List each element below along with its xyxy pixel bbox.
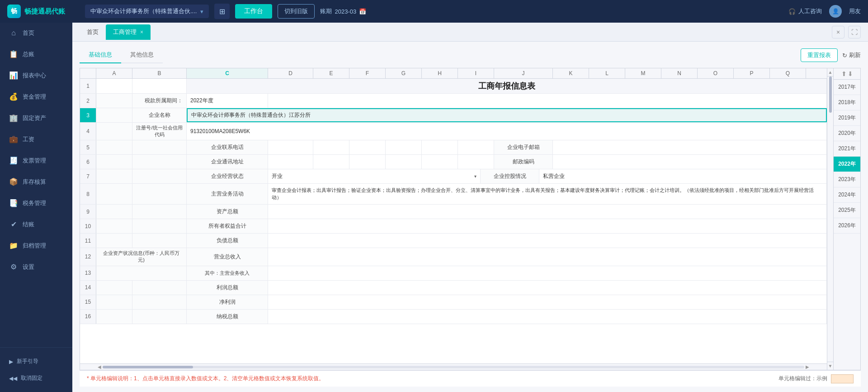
cell-4b[interactable]: 注册号/统一社会信用代码 [132,123,187,140]
cell-7c[interactable]: 企业经营状态 [187,169,268,183]
cell-3a[interactable] [96,108,132,122]
tab-close-icon[interactable]: × [140,29,143,35]
cell-15b[interactable] [132,295,187,309]
sidebar-item-ledger[interactable]: 📋 总账 [0,43,72,65]
cell-6j[interactable]: 邮政编码 [494,155,553,169]
sidebar-item-settings[interactable]: ⚙ 设置 [0,256,72,277]
cell-7j[interactable]: 企业控股情况 [481,169,539,183]
cell-11c[interactable]: 负债总额 [187,234,268,248]
cell-5f[interactable] [349,140,386,154]
cell-2a[interactable] [96,94,132,108]
cell-11a[interactable] [96,234,132,248]
v-scrollbar-track[interactable] [827,76,833,362]
cell-5c[interactable]: 企业联系电话 [187,140,268,154]
cell-6g[interactable] [386,155,422,169]
cell-13-val[interactable] [268,266,827,280]
v-scrollbar-thumb[interactable] [829,76,832,113]
sidebar-item-reports[interactable]: 📊 报表中心 [0,65,72,86]
cell-16c[interactable]: 纳税总额 [187,310,268,324]
cell-2d[interactable] [268,94,827,108]
cell-11-val[interactable] [268,234,827,248]
cell-12-group[interactable]: 企业资产状况信息(币种：人民币万元) [96,248,187,266]
cell-6b[interactable] [132,155,187,169]
cell-16-val[interactable] [268,310,827,324]
tab-home[interactable]: 首页 [80,24,106,40]
scroll-right-arrow[interactable]: ▶ [804,364,811,369]
cell-14a[interactable] [96,281,132,295]
year-item-2020[interactable]: 2020年 [834,126,860,141]
cell-9b[interactable] [132,205,187,219]
sidebar-item-inventory[interactable]: 📦 库存核算 [0,171,72,192]
cell-5g[interactable] [386,140,422,154]
cell-6h[interactable] [422,155,458,169]
cell-5e[interactable] [313,140,349,154]
sidebar-item-home[interactable]: ⌂ 首页 [0,23,72,43]
reset-report-button[interactable]: 重置报表 [801,48,838,62]
cell-14-val[interactable] [268,281,827,295]
cell-5d[interactable] [268,140,313,154]
cell-16a[interactable] [96,310,132,324]
cell-5a[interactable] [96,140,132,154]
close-tab-button[interactable]: × [832,26,844,38]
cell-9-val[interactable] [268,205,827,219]
scroll-left-arrow[interactable]: ◀ [96,364,103,369]
sidebar-item-capital[interactable]: 💰 资金管理 [0,86,72,107]
cell-3b[interactable]: 企业名称 [132,108,187,122]
cell-7b[interactable] [132,169,187,183]
cell-3c[interactable]: 中审众环会计师事务所（特殊普通合伙）江苏分所 [187,108,827,122]
col-header-c[interactable]: C [187,68,268,78]
switch-version-button[interactable]: 切到旧版 [278,4,315,19]
cell-12c[interactable]: 营业总收入 [187,248,268,266]
doc-icon-button[interactable]: ⊞ [214,4,230,19]
cell-2b[interactable]: 税款所属期间： [132,94,187,108]
unpin-item[interactable]: ◀◀ 取消固定 [0,370,72,387]
cell-6f[interactable] [349,155,386,169]
calendar-icon[interactable]: 📅 [359,8,366,15]
cell-15c[interactable]: 净利润 [187,295,268,309]
cell-6a[interactable] [96,155,132,169]
cell-6k[interactable] [553,155,827,169]
scroll-down-arrow[interactable]: ▼ [827,362,833,370]
year-item-2025[interactable]: 2025年 [834,203,860,218]
maximize-tab-button[interactable]: ⛶ [848,26,861,38]
cell-8-content[interactable]: 审查企业会计报表；出具审计报告；验证企业资本；出具验资报告；办理企业合开、分立、… [268,184,827,204]
h-scrollbar-thumb[interactable] [103,366,193,368]
refresh-button[interactable]: ↻ 刷新 [842,51,861,59]
year-nav-down-icon[interactable]: ⬇ [848,70,853,77]
cell-5k[interactable] [553,140,827,154]
cell-10-val[interactable] [268,219,827,233]
year-item-2018[interactable]: 2018年 [834,95,860,110]
year-item-2026[interactable]: 2026年 [834,218,860,234]
cell-4c[interactable]: 91320100MA208E5W6K [187,123,827,140]
sidebar-item-archive[interactable]: 📁 归档管理 [0,235,72,256]
sidebar-item-closing[interactable]: ✔ 结账 [0,214,72,235]
sidebar-item-invoice[interactable]: 🧾 发票管理 [0,150,72,171]
scroll-up-arrow[interactable]: ▲ [827,68,833,76]
support-button[interactable]: 🎧 人工咨询 [788,7,822,15]
cell-8c[interactable]: 主营业务活动 [187,184,268,204]
horizontal-scrollbar[interactable]: ◀ ▶ [80,363,827,370]
cell-10c[interactable]: 所有者权益合计 [187,219,268,233]
sidebar-item-payroll[interactable]: 💼 工资 [0,129,72,150]
cell-14b[interactable] [132,281,187,295]
cell-8b[interactable] [132,184,187,204]
year-item-2017[interactable]: 2017年 [834,80,860,95]
cell-5i[interactable] [458,140,494,154]
cell-5b[interactable] [132,140,187,154]
cell-4a[interactable] [96,123,132,140]
cell-6e[interactable] [313,155,349,169]
cell-13c[interactable]: 其中：主营业务收入 [187,266,268,280]
cell-15-val[interactable] [268,295,827,309]
cell-1b[interactable] [132,79,187,93]
workbench-button[interactable]: 工作台 [235,4,272,19]
year-item-2024[interactable]: 2024年 [834,187,860,203]
cell-2c[interactable]: 2022年度 [187,94,268,108]
year-item-2019[interactable]: 2019年 [834,110,860,126]
h-scrollbar-track[interactable] [103,366,804,368]
cell-9c[interactable]: 资产总额 [187,205,268,219]
tab-other-info[interactable]: 其他信息 [121,47,163,63]
sidebar-item-assets[interactable]: 🏢 固定资产 [0,107,72,129]
cell-12-val[interactable] [268,248,827,266]
cell-10a[interactable] [96,219,132,233]
tab-business-management[interactable]: 工商管理 × [106,24,151,40]
